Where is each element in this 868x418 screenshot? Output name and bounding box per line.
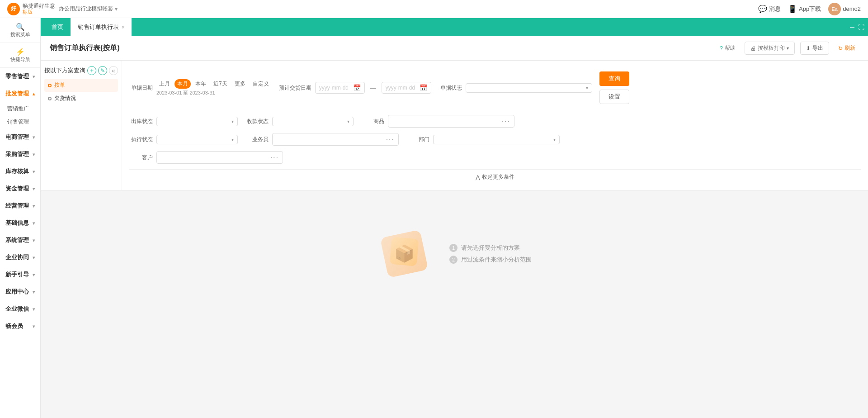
tab-sales-order[interactable]: 销售订单执行表 × [71, 18, 132, 36]
message-action[interactable]: 💬 消息 [758, 5, 781, 13]
date-tab-more[interactable]: 更多 [232, 79, 248, 89]
filter-status: 单据状态 ▾ [439, 83, 592, 93]
customer-select[interactable]: ··· [156, 151, 283, 164]
refresh-icon: ↻ [838, 45, 843, 52]
page-actions: ? 帮助 🖨 按模板打印 ▾ ⬇ 导出 ↻ 刷新 [716, 42, 859, 55]
sidebar-item-search[interactable]: 🔍 搜索菜单 [0, 18, 40, 43]
filter-staff: 业务员 ··· [245, 133, 399, 146]
collapse-filters-btn[interactable]: ⋀ 收起更多条件 [129, 169, 861, 185]
filter-dept: 部门 ▾ [406, 135, 560, 144]
sidebar-item-finance[interactable]: 资金管理 ▾ [0, 180, 40, 197]
inactive-scheme-dot [48, 97, 52, 100]
staff-select[interactable]: ··· [272, 133, 399, 146]
outstock-select[interactable]: ▾ [156, 117, 238, 126]
filter-row-1: 单据日期 上月 本月 本年 近7天 更多 自定义 20 [129, 66, 861, 109]
empty-content: 📦 1 请先选择要分析的方案 2 用过滤条件来缩小分析范围 [377, 227, 532, 281]
status-select[interactable]: ▾ [466, 83, 592, 93]
filter-panel: 按以下方案查询 + ✎ « 按单 欠货情况 [41, 61, 868, 190]
help-btn[interactable]: ? 帮助 [716, 43, 739, 54]
sidebar-item-vip[interactable]: 畅会员 ▾ [0, 318, 40, 335]
tab-close-icon[interactable]: × [122, 24, 124, 30]
sidebar-item-purchase[interactable]: 采购管理 ▾ [0, 146, 40, 163]
empty-texts: 1 请先选择要分析的方案 2 用过滤条件来缩小分析范围 [449, 244, 532, 264]
empty-state: 📦 1 请先选择要分析的方案 2 用过滤条件来缩小分析范围 [41, 190, 868, 317]
filter-receipt: 收款状态 ▾ [245, 117, 354, 126]
receipt-dropdown-icon: ▾ [347, 119, 349, 124]
filter-row-2: 出库状态 ▾ 收款状态 ▾ [129, 115, 861, 128]
date-tab-thisyear[interactable]: 本年 [193, 79, 209, 89]
tab-minimize-btn[interactable]: ─ [850, 24, 854, 31]
settings-button[interactable]: 设置 [599, 90, 629, 104]
sidebar-item-operation[interactable]: 经营管理 ▾ [0, 197, 40, 214]
sidebar-item-wechat[interactable]: 企业微信 ▾ [0, 300, 40, 318]
sidebar-item-retail[interactable]: 零售管理 ▾ [0, 68, 40, 85]
filter-customer: 客户 ··· [129, 151, 283, 164]
filter-outstock: 出库状态 ▾ [129, 117, 238, 126]
cal-end-icon[interactable]: 📅 [420, 84, 427, 91]
tab-maximize-btn[interactable]: ⛶ [858, 24, 864, 31]
sidebar-item-newuser[interactable]: 新手引导 ▾ [0, 266, 40, 283]
filter-left-header: 按以下方案查询 + ✎ « [44, 66, 118, 75]
product-select[interactable]: ··· [388, 115, 514, 128]
expected-date-start[interactable]: yyyy-mm-dd 📅 [315, 82, 365, 94]
print-icon: 🖨 [750, 45, 756, 52]
sidebar-item-basic[interactable]: 基础信息 ▾ [0, 214, 40, 232]
dept-dropdown-icon: ▾ [553, 137, 556, 142]
sidebar-item-collab[interactable]: 企业协同 ▾ [0, 249, 40, 266]
date-tabs: 上月 本月 本年 近7天 更多 自定义 [156, 79, 272, 89]
tab-home[interactable]: 首页 [44, 20, 71, 34]
main-layout: 🔍 搜索菜单 ⚡ 快捷导航 零售管理 ▾ 批发管理 ▴ 营销推广 销售管理 电商… [0, 18, 868, 418]
exec-status-select[interactable]: ▾ [156, 135, 238, 144]
page-title: 销售订单执行表(按单) [50, 43, 120, 53]
logo-text: 畅捷通好生意 标版 [23, 3, 55, 15]
outstock-dropdown-icon: ▾ [231, 119, 234, 124]
sidebar-item-inventory[interactable]: 库存核算 ▾ [0, 163, 40, 180]
page-header: 销售订单执行表(按单) ? 帮助 🖨 按模板打印 ▾ ⬇ 导出 [41, 36, 868, 61]
date-tab-7days[interactable]: 近7天 [211, 79, 230, 89]
sidebar-sub-marketing[interactable]: 营销推广 [0, 102, 40, 115]
date-separator: — [368, 85, 378, 91]
scheme-item-order[interactable]: 按单 [44, 79, 118, 92]
filter-expected-date: 预计交货日期 yyyy-mm-dd 📅 — yyyy-mm-dd 📅 [279, 82, 431, 94]
filter-left: 按以下方案查询 + ✎ « 按单 欠货情况 [41, 61, 122, 190]
date-tab-custom[interactable]: 自定义 [250, 79, 272, 89]
empty-illustration: 📦 [377, 227, 431, 281]
receipt-select[interactable]: ▾ [272, 117, 354, 126]
filter-row-4: 客户 ··· [129, 151, 861, 164]
scheme-item-shortage[interactable]: 欠货情况 [44, 92, 118, 105]
exec-status-dropdown-icon: ▾ [231, 137, 234, 142]
filter-date: 单据日期 上月 本月 本年 近7天 更多 自定义 20 [129, 79, 272, 96]
date-tab-lastmonth[interactable]: 上月 [156, 79, 173, 89]
edit-scheme-btn[interactable]: ✎ [98, 66, 107, 75]
app-download-action[interactable]: 📱 App下载 [788, 5, 821, 13]
expected-date-end[interactable]: yyyy-mm-dd 📅 [382, 82, 431, 94]
empty-hint-1: 1 请先选择要分析的方案 [449, 244, 532, 252]
print-btn[interactable]: 🖨 按模板打印 ▾ [745, 42, 795, 55]
refresh-btn[interactable]: ↻ 刷新 [835, 43, 859, 54]
add-scheme-btn[interactable]: + [87, 66, 96, 75]
sidebar-item-system[interactable]: 系统管理 ▾ [0, 232, 40, 249]
sidebar-item-wholesale[interactable]: 批发管理 ▴ [0, 85, 40, 102]
export-btn[interactable]: ⬇ 导出 [800, 42, 829, 55]
sidebar-item-quick-nav[interactable]: ⚡ 快捷导航 [0, 43, 40, 68]
date-tab-thismonth[interactable]: 本月 [175, 79, 191, 89]
query-button[interactable]: 查询 [599, 71, 629, 86]
logo-icon: 好 [7, 3, 20, 15]
sidebar: 🔍 搜索菜单 ⚡ 快捷导航 零售管理 ▾ 批发管理 ▴ 营销推广 销售管理 电商… [0, 18, 41, 418]
sidebar-item-ecom[interactable]: 电商管理 ▾ [0, 128, 40, 146]
filter-row-3: 执行状态 ▾ 业务员 ··· [129, 133, 861, 146]
cal-start-icon[interactable]: 📅 [353, 84, 361, 91]
page-content: 销售订单执行表(按单) ? 帮助 🖨 按模板打印 ▾ ⬇ 导出 [41, 36, 868, 418]
top-bar-left: 好 畅捷通好生意 标版 办公用品行业模拟账套 ▾ [7, 3, 118, 15]
staff-dots-icon: ··· [386, 135, 395, 143]
print-arrow-icon: ▾ [787, 46, 789, 51]
sidebar-item-appcenter[interactable]: 应用中心 ▾ [0, 283, 40, 300]
user-action[interactable]: Ea demo2 [828, 3, 861, 15]
status-dropdown-icon: ▾ [586, 86, 588, 90]
sidebar-sub-sales[interactable]: 销售管理 [0, 115, 40, 128]
dept-select[interactable]: ▾ [433, 135, 560, 144]
empty-hint-2: 2 用过滤条件来缩小分析范围 [449, 256, 532, 264]
collapse-arrow-icon: ⋀ [476, 174, 480, 180]
collapse-panel-btn[interactable]: « [109, 66, 118, 75]
top-bar-right: 💬 消息 📱 App下载 Ea demo2 [758, 3, 861, 15]
